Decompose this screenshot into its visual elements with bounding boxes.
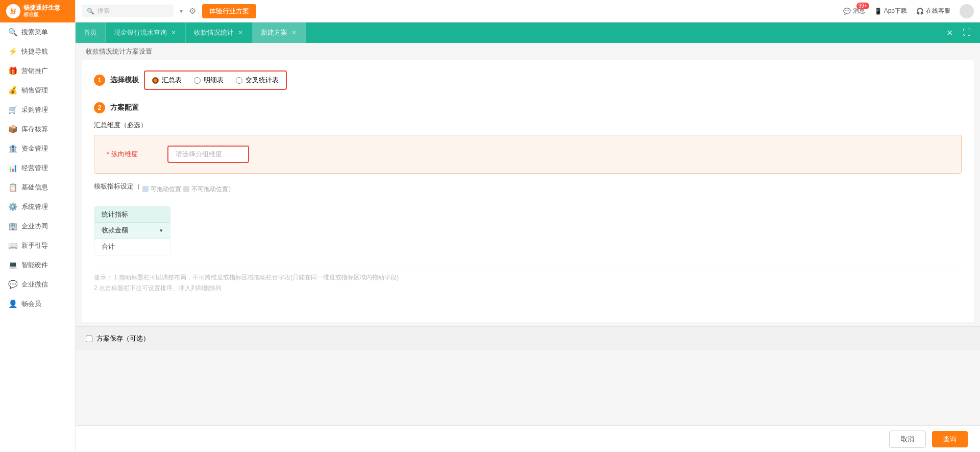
tab-newplan[interactable]: 新建方案 ✕	[253, 22, 306, 43]
app-edition: 标准版	[23, 11, 60, 18]
service-icon: 🎧	[916, 8, 924, 15]
newguide-icon: 📖	[8, 241, 17, 250]
radio-crosstab[interactable]: 交叉统计表	[236, 76, 279, 85]
inventory-icon: 📦	[8, 125, 17, 134]
sidebar-item-label: 经营管理	[21, 163, 48, 173]
gear-icon[interactable]: ⚙	[189, 6, 196, 16]
radio-crosstab-label: 交叉统计表	[246, 76, 279, 85]
sidebar-item-collab[interactable]: 🏢 企业协同	[0, 217, 75, 236]
step2-section: 2 方案配置 汇总维度（必选） 纵向维度 —— 请选择分组维度	[94, 102, 962, 300]
service-item[interactable]: 🎧 在线客服	[916, 7, 950, 15]
footer-bar: 取消 查询	[76, 425, 980, 452]
app-logo: 好 畅捷通好生意 标准版	[0, 0, 75, 22]
logo-icon: 好	[6, 4, 20, 18]
tab-home-label: 首页	[84, 28, 97, 37]
step2-header: 2 方案配置	[94, 102, 962, 113]
download-label: App下载	[884, 7, 907, 15]
step1-section: 1 选择模板 汇总表 明细表 交叉统计表	[94, 70, 962, 90]
search-icon: 🔍	[8, 28, 17, 37]
metrics-col-label: 收款金额	[102, 226, 128, 235]
tab-cashflow-close[interactable]: ✕	[170, 29, 177, 36]
config-section: 汇总维度（必选） 纵向维度 —— 请选择分组维度 模板	[94, 121, 962, 300]
step2-num: 2	[94, 102, 105, 113]
sidebar-item-label: 搜索菜单	[21, 28, 48, 37]
dimension-arrow: ——	[146, 151, 159, 158]
drag-hint-box	[142, 186, 149, 192]
tab-cashflow-label: 现金银行流水查询	[114, 28, 167, 37]
sidebar-item-label: 企业微信	[21, 280, 48, 289]
radio-detail-input[interactable]	[194, 77, 201, 84]
sidebar-item-label: 快捷导航	[21, 47, 48, 56]
quicknav-icon: ⚡	[8, 47, 17, 56]
notification-badge: 99+	[856, 3, 869, 9]
radio-detail-label: 明细表	[204, 76, 224, 85]
tip2: 2.点击标题栏下拉可设置排序、插入列和删除列	[94, 284, 962, 293]
notification-icon: 💬	[843, 8, 851, 15]
dimension-row: 纵向维度 —— 请选择分组维度	[107, 146, 949, 163]
nodrag-hint-box	[183, 186, 189, 192]
sidebar-item-basic-info[interactable]: 📋 基础信息	[0, 178, 75, 197]
maximize-btn[interactable]: ⛶	[960, 26, 974, 40]
tab-cashflow[interactable]: 现金银行流水查询 ✕	[106, 22, 186, 43]
breadcrumb-text: 收款情况统计方案设置	[86, 47, 152, 55]
sales-icon: 💰	[8, 86, 17, 95]
metrics-table: 统计指标 收款金额 ▾ 合计	[94, 206, 170, 255]
sidebar-item-quicknav[interactable]: ⚡ 快捷导航	[0, 42, 75, 61]
app-name: 畅捷通好生意	[23, 4, 60, 11]
sidebar-item-sales[interactable]: 💰 销售管理	[0, 81, 75, 100]
sidebar-item-label: 采购管理	[21, 105, 48, 114]
radio-summary-input[interactable]	[152, 77, 159, 84]
sidebar-item-label: 企业协同	[21, 222, 48, 231]
close-window-btn[interactable]: ✕	[942, 26, 957, 40]
metrics-group-label: 统计指标	[102, 210, 128, 219]
sidebar-item-search[interactable]: 🔍 搜索菜单	[0, 22, 75, 42]
sidebar-item-hardware[interactable]: 💻 智能硬件	[0, 255, 75, 275]
weixin-icon: 💬	[8, 280, 17, 289]
radio-summary[interactable]: 汇总表	[152, 76, 182, 85]
page-body: 1 选择模板 汇总表 明细表 交叉统计表	[82, 60, 974, 322]
metrics-row: 合计	[94, 239, 170, 255]
query-button[interactable]: 查询	[932, 431, 968, 447]
notification-item[interactable]: 💬 消息 99+	[843, 7, 865, 15]
sidebar-item-newguide[interactable]: 📖 新手引导	[0, 236, 75, 255]
search-box[interactable]: 🔍 搜索	[82, 5, 174, 17]
tab-receipt[interactable]: 收款情况统计 ✕	[186, 22, 253, 43]
save-label[interactable]: 方案保存（可选）	[96, 334, 150, 343]
metrics-table-header[interactable]: 统计指标	[94, 207, 170, 223]
sidebar-item-weixin[interactable]: 💬 企业微信	[0, 275, 75, 294]
radio-detail[interactable]: 明细表	[194, 76, 224, 85]
sidebar-item-purchase[interactable]: 🛒 采购管理	[0, 100, 75, 120]
topbar: 🔍 搜索 ▾ ⚙ 体验行业方案 💬 消息 99+ 📱 App下载 🎧 在线客服	[76, 0, 980, 22]
tab-receipt-close[interactable]: ✕	[237, 29, 244, 36]
dimension-placeholder: 请选择分组维度	[176, 150, 222, 158]
sidebar-item-label: 资金管理	[21, 144, 48, 153]
sidebar: 好 畅捷通好生意 标准版 🔍 搜索菜单 ⚡ 快捷导航 🎁 营销推广 💰 销售管理…	[0, 0, 76, 452]
system-icon: ⚙️	[8, 202, 17, 211]
sidebar-item-system[interactable]: ⚙️ 系统管理	[0, 197, 75, 217]
dropdown-arrow[interactable]: ▾	[180, 8, 183, 15]
page-content: 收款情况统计方案设置 1 选择模板 汇总表 明细表	[76, 43, 980, 425]
sidebar-item-member[interactable]: 👤 畅会员	[0, 294, 75, 314]
drag-hint-label: 可拖动位置	[151, 185, 181, 194]
collab-icon: 🏢	[8, 222, 17, 231]
industry-btn[interactable]: 体验行业方案	[202, 4, 256, 18]
sidebar-item-finance[interactable]: 🏦 资金管理	[0, 139, 75, 158]
metrics-col-header[interactable]: 收款金额 ▾	[94, 223, 170, 239]
download-item[interactable]: 📱 App下载	[874, 7, 907, 15]
save-checkbox[interactable]	[86, 336, 92, 342]
dimension-select[interactable]: 请选择分组维度	[167, 146, 249, 163]
dimension-row-label: 纵向维度	[107, 150, 138, 159]
template-selector: 汇总表 明细表 交叉统计表	[144, 70, 287, 90]
tab-receipt-label: 收款情况统计	[194, 28, 234, 37]
radio-crosstab-input[interactable]	[236, 77, 242, 84]
user-avatar[interactable]	[960, 4, 974, 18]
tabbar-actions: ✕ ⛶	[942, 26, 980, 40]
tab-home[interactable]: 首页	[76, 22, 106, 43]
sidebar-item-management[interactable]: 📊 经营管理	[0, 158, 75, 178]
tab-newplan-close[interactable]: ✕	[290, 29, 298, 36]
member-icon: 👤	[8, 299, 17, 308]
sidebar-item-inventory[interactable]: 📦 库存核算	[0, 120, 75, 139]
cancel-button[interactable]: 取消	[889, 431, 926, 448]
sidebar-item-marketing[interactable]: 🎁 营销推广	[0, 61, 75, 81]
main-area: 🔍 搜索 ▾ ⚙ 体验行业方案 💬 消息 99+ 📱 App下载 🎧 在线客服	[76, 0, 980, 452]
